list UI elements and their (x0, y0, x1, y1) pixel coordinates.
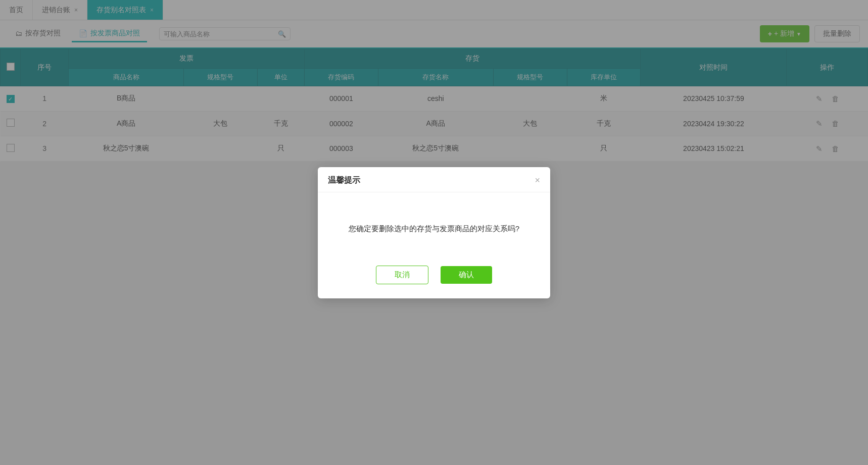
modal-overlay: 温馨提示 × 您确定要删除选中的存货与发票商品的对应关系吗? 取消 确认 (0, 0, 868, 162)
